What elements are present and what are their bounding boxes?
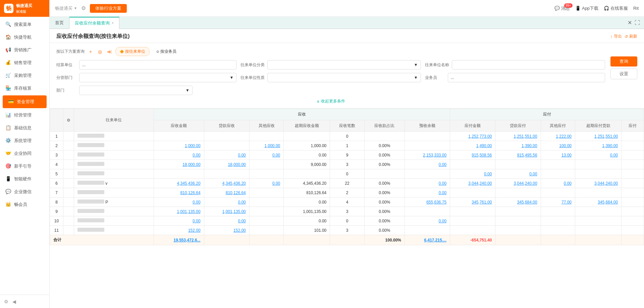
row-loan-recv-5[interactable]: 4,345,436.20 xyxy=(204,179,249,188)
user-avatar[interactable]: Rit xyxy=(633,6,639,11)
sidebar-collapse-btn[interactable]: ◀ xyxy=(12,299,16,304)
row-pay-amount-7[interactable]: 345,761.00 xyxy=(450,197,495,207)
tab-fullscreen-icon[interactable]: ⛶ xyxy=(635,20,640,26)
row-prepay-6[interactable]: 0.00 xyxy=(405,188,450,197)
table-settings-icon[interactable]: ⚙ xyxy=(67,118,70,123)
sidebar-item-finance[interactable]: 💳 资金管理 xyxy=(3,95,47,108)
total-recv-ratio: 100.00% xyxy=(364,235,405,245)
row-recv-amount-6[interactable]: 810,126.64 xyxy=(154,188,204,197)
row-recv-amount-7[interactable]: 0.00 xyxy=(154,197,204,207)
row-pay-amount-0[interactable]: 1,252,773.00 xyxy=(450,132,495,141)
query-button[interactable]: 查询 xyxy=(610,56,637,67)
tab-home[interactable]: 首页 xyxy=(50,17,69,29)
sidebar-item-quicknav[interactable]: 🏠 快捷导航 xyxy=(0,31,49,44)
row-other-pay-0[interactable]: 1,222.00 xyxy=(541,132,575,141)
row-other-recv-5[interactable]: 0.00 xyxy=(249,179,283,188)
sidebar-item-wechat[interactable]: 💬 企业微信 xyxy=(0,185,49,198)
sidebar-item-marketing[interactable]: 📢 营销推广 xyxy=(0,44,49,56)
sidebar-item-operation[interactable]: 📊 经营管理 xyxy=(0,109,49,122)
row-other-recv-2[interactable]: 0.00 xyxy=(249,150,283,160)
row-pay-amount-1[interactable]: 1,490.00 xyxy=(450,141,495,150)
row-loan-pay-2[interactable]: 915,495.56 xyxy=(495,150,541,160)
row-loan-recv-3[interactable]: 18,000.00 xyxy=(204,160,249,169)
tab-close-icon[interactable]: × xyxy=(112,21,114,25)
scheme-by-salesperson[interactable]: ⊙ 按业务员 xyxy=(152,47,180,56)
row-overdue-pay-1[interactable]: 1,390.00 xyxy=(575,141,622,150)
sidebar-item-corp[interactable]: 🤝 企业协同 xyxy=(0,147,49,160)
row-recv-amount-2[interactable]: 0.00 xyxy=(154,150,204,160)
row-recv-amount-8[interactable]: 1,001,135.00 xyxy=(154,207,204,216)
sidebar-item-purchase[interactable]: 🛒 采购管理 xyxy=(0,69,49,82)
category-input[interactable]: ▼ xyxy=(267,60,421,70)
sidebar-item-hardware[interactable]: 📱 智能硬件 xyxy=(0,173,49,185)
row-recv-amount-3[interactable]: 18,000.00 xyxy=(154,160,204,169)
row-loan-recv-10[interactable]: 152.00 xyxy=(204,226,249,235)
row-recv-amount-1[interactable]: 1,000.00 xyxy=(154,141,204,150)
sidebar-item-inventory[interactable]: 🏪 库存核算 xyxy=(0,82,49,95)
scheme-edit-btn[interactable]: ◎ xyxy=(97,48,103,55)
row-loan-recv-9[interactable]: 0.00 xyxy=(204,216,249,226)
row-prepay-5[interactable]: 0.00 xyxy=(405,179,450,188)
row-other-pay-5[interactable]: 0.00 xyxy=(541,179,575,188)
sidebar-item-guide[interactable]: 🎯 新手引导 xyxy=(0,160,49,173)
scheme-add-btn[interactable]: ＋ xyxy=(87,48,94,55)
scheme-by-unit[interactable]: 🔶 按往来单位 xyxy=(115,47,150,56)
row-loan-recv-2[interactable]: 0.00 xyxy=(204,150,249,160)
row-prepay-9[interactable]: 0.00 xyxy=(405,216,450,226)
dept-input[interactable]: ▼ xyxy=(79,86,193,95)
sidebar-item-basic[interactable]: 📋 基础信息 xyxy=(0,122,49,134)
message-button[interactable]: 💬 消息 99+ xyxy=(554,5,570,11)
row-loan-pay-0[interactable]: 1,251,551.00 xyxy=(495,132,541,141)
settings-button[interactable]: 设置 xyxy=(610,69,637,79)
tab-close-all-icon[interactable]: ✕ xyxy=(628,19,632,26)
row-pay-amount-5[interactable]: 3,044,240.00 xyxy=(450,179,495,188)
division-input[interactable]: ▼ xyxy=(79,73,236,82)
row-overdue-pay-0[interactable]: 1,251,551.00 xyxy=(575,132,622,141)
row-loan-pay-4[interactable]: 0.00 xyxy=(495,169,541,179)
row-loan-recv-6[interactable]: 810,126.64 xyxy=(204,188,249,197)
row-other-pay-1[interactable]: 100.00 xyxy=(541,141,575,150)
row-pay-amount-4[interactable]: 0.00 xyxy=(450,169,495,179)
total-prepay[interactable]: 6,417,215.... xyxy=(405,235,450,245)
row-prepay-3[interactable]: 0.00 xyxy=(405,160,450,169)
refresh-button[interactable]: ↺ 刷新 xyxy=(625,34,637,39)
row-overdue-pay-5[interactable]: 3,044,240.00 xyxy=(575,179,622,188)
salesperson-input[interactable]: ... xyxy=(448,73,605,82)
row-other-pay-7[interactable]: 77.00 xyxy=(541,197,575,207)
total-recv[interactable]: 19,553,472,6... xyxy=(154,235,204,245)
row-loan-pay-1[interactable]: 1,390.00 xyxy=(495,141,541,150)
group-receivable-header: 应收 xyxy=(154,109,450,120)
scheme-collapse-btn[interactable]: ≪ xyxy=(106,48,113,55)
row-loan-recv-8[interactable]: 1,001,135.00 xyxy=(204,207,249,216)
app-download-button[interactable]: 📱 App下载 xyxy=(575,5,598,11)
row-overdue-pay-2[interactable]: 0.00 xyxy=(575,150,622,160)
unit-name-input[interactable] xyxy=(452,60,605,70)
sidebar-item-member[interactable]: 👑 畅会员 xyxy=(0,198,49,211)
row-pay-amount-2[interactable]: 915,508.56 xyxy=(450,150,495,160)
row-prepay-7[interactable]: 655,636.75 xyxy=(405,197,450,207)
row-loan-pay-7[interactable]: 345,684.00 xyxy=(495,197,541,207)
row-recv-amount-5[interactable]: 4,345,436.20 xyxy=(154,179,204,188)
unit-nature-input[interactable]: ▼ xyxy=(267,73,421,82)
service-button[interactable]: 🎧 在线客服 xyxy=(604,5,628,11)
row-overdue-pay-7[interactable]: 345,684.00 xyxy=(575,197,622,207)
row-other-recv-1[interactable]: 1,000.00 xyxy=(249,141,283,150)
sidebar-settings-btn[interactable]: ⚙ xyxy=(4,299,8,304)
col-settings-header[interactable]: ⚙ xyxy=(63,109,74,132)
sidebar-item-system[interactable]: ⚙️ 系统管理 xyxy=(0,134,49,147)
promo-button[interactable]: 体验行业方案 xyxy=(90,4,127,13)
header-gear-icon[interactable]: ⚙ xyxy=(81,5,86,11)
row-recv-amount-9[interactable]: 0.00 xyxy=(154,216,204,226)
row-recv-amount-10[interactable]: 152.00 xyxy=(154,226,204,235)
sidebar-item-sales[interactable]: 💰 销售管理 xyxy=(0,56,49,69)
export-button[interactable]: ↑ 导出 xyxy=(610,34,622,39)
row-other-pay-2[interactable]: 13.00 xyxy=(541,150,575,160)
collapse-conditions-btn[interactable]: ∧ 收起更多条件 xyxy=(56,98,605,104)
breadcrumb-dropdown-icon[interactable]: ▼ xyxy=(74,6,77,10)
sidebar-item-search[interactable]: 🔍 搜索菜单 xyxy=(0,18,49,31)
row-loan-recv-7[interactable]: 0.00 xyxy=(204,197,249,207)
row-loan-pay-5[interactable]: 3,044,240.00 xyxy=(495,179,541,188)
tab-receivable-query[interactable]: 应收应付余额查询 × xyxy=(69,17,119,29)
row-prepay-2[interactable]: 2,153,333.00 xyxy=(405,150,450,160)
jiesuan-unit-input[interactable]: ... xyxy=(79,60,236,70)
